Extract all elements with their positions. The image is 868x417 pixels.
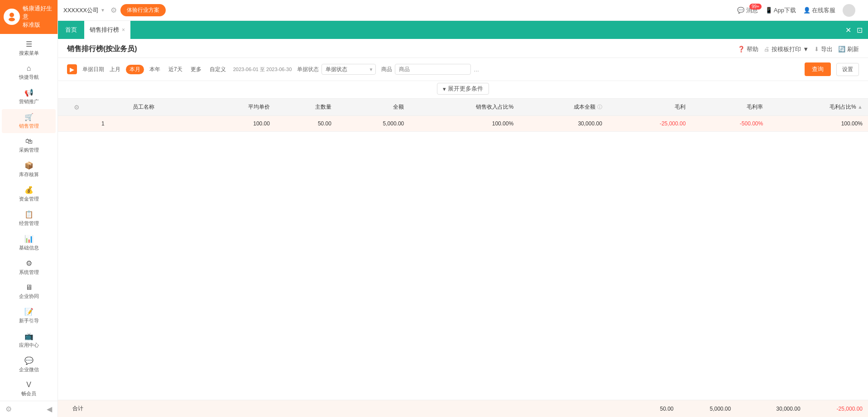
sidebar-item-搜索菜单[interactable]: ☰ 搜索菜单 bbox=[2, 36, 56, 60]
date-this-month-button[interactable]: 本月 bbox=[126, 65, 144, 74]
sidebar-label-8: 基础信息 bbox=[19, 244, 39, 251]
sidebar-item-企业微信[interactable]: 💬 企业微信 bbox=[2, 353, 56, 377]
settings-icon[interactable]: ⚙ bbox=[74, 104, 80, 111]
sidebar-icon-2: 📢 bbox=[24, 88, 34, 97]
message-icon: 💬 bbox=[737, 7, 744, 14]
more-filters-icon[interactable]: ... bbox=[474, 66, 479, 73]
tab-active-label: 销售排行榜 bbox=[90, 26, 119, 34]
status-filter-group: 单据状态 单据状态 ▼ bbox=[297, 64, 376, 75]
service-label: 在线客服 bbox=[812, 6, 835, 14]
svg-point-0 bbox=[10, 13, 14, 17]
topbar-settings-icon[interactable]: ⚙ bbox=[110, 6, 117, 14]
sidebar-label-7: 经营管理 bbox=[19, 220, 39, 227]
status-label: 单据状态 bbox=[297, 66, 319, 73]
filter-toggle-icon: ▶ bbox=[70, 66, 74, 73]
sidebar-icon-8: 📊 bbox=[24, 235, 34, 243]
sidebar-label-1: 快捷导航 bbox=[19, 74, 39, 81]
sidebar-icon-13: 💬 bbox=[24, 356, 34, 365]
online-service-button[interactable]: 👤 在线客服 bbox=[803, 6, 835, 14]
footer-amount: 5,000.00 bbox=[710, 406, 731, 412]
col-cost: 成本全额 ⓘ bbox=[519, 99, 608, 116]
date-7days-button[interactable]: 近7天 bbox=[166, 65, 185, 74]
col-profit-pct: 毛利占比% ▲ bbox=[768, 99, 868, 116]
row-avg-price: 100.00 bbox=[201, 116, 275, 132]
topbar: XXXXXX公司 ▼ ⚙ 体验行业方案 💬 消息 99+ 📱 App下载 👤 在… bbox=[58, 0, 868, 21]
date-custom-button[interactable]: 自定义 bbox=[207, 65, 229, 74]
sidebar-item-采购管理[interactable]: 🛍 采购管理 bbox=[2, 134, 56, 157]
col-profit-rate: 毛利率 bbox=[691, 99, 768, 116]
tab-sales-ranking[interactable]: 销售排行榜 × bbox=[84, 21, 130, 39]
tabbar-close-icon[interactable]: ✕ bbox=[845, 26, 851, 34]
company-dropdown-icon: ▼ bbox=[101, 8, 105, 13]
company-selector[interactable]: XXXXXX公司 ▼ bbox=[63, 6, 105, 14]
sidebar-icon-0: ☰ bbox=[26, 40, 32, 48]
cost-info-icon: ⓘ bbox=[597, 104, 602, 110]
footer-qty: 50.00 bbox=[660, 406, 673, 412]
expand-label: 展开更多条件 bbox=[448, 85, 483, 93]
expand-conditions-button[interactable]: ▾ 展开更多条件 bbox=[437, 83, 489, 95]
help-button[interactable]: ❓ 帮助 bbox=[738, 45, 758, 53]
row-rank: 1 bbox=[96, 116, 128, 132]
footer-cost: 30,000.00 bbox=[776, 406, 800, 412]
sidebar-label-6: 资金管理 bbox=[19, 196, 39, 202]
sidebar-item-基础信息[interactable]: 📊 基础信息 bbox=[2, 231, 56, 255]
main-content: XXXXXX公司 ▼ ⚙ 体验行业方案 💬 消息 99+ 📱 App下载 👤 在… bbox=[58, 0, 868, 417]
app-icon: 📱 bbox=[765, 7, 772, 14]
export-button[interactable]: ⬇ 导出 bbox=[814, 45, 833, 53]
row-profit-pct: 100.00% bbox=[768, 116, 868, 132]
sidebar-item-企业协同[interactable]: 🖥 企业协同 bbox=[2, 280, 56, 303]
sidebar-item-经营管理[interactable]: 📋 经营管理 bbox=[2, 206, 56, 230]
col-name: 员工名称 bbox=[127, 99, 201, 116]
date-last-month-button[interactable]: 上月 bbox=[107, 65, 123, 74]
app-download-button[interactable]: 📱 App下载 bbox=[765, 6, 796, 14]
sidebar-collapse-icon[interactable]: ◀ bbox=[47, 405, 52, 413]
trial-button[interactable]: 体验行业方案 bbox=[120, 4, 166, 16]
status-select[interactable]: 单据状态 bbox=[321, 64, 376, 75]
message-badge: 99+ bbox=[749, 4, 762, 10]
sidebar-item-应用中心[interactable]: 📺 应用中心 bbox=[2, 328, 56, 352]
filter-bar: ▶ 单据日期 上月 本月 本年 近7天 更多 自定义 2023-06-01 至 … bbox=[58, 58, 868, 81]
ranking-table: ⚙ 员工名称 平均单价 主数量 全额 销售收入占比% 成本全额 ⓘ 毛利 毛利率 bbox=[58, 99, 868, 132]
row-profit-rate: -500.00% bbox=[691, 116, 768, 132]
tab-close-icon[interactable]: × bbox=[122, 27, 125, 33]
sidebar-label-5: 库存核算 bbox=[19, 171, 39, 178]
filter-toggle-button[interactable]: ▶ bbox=[67, 64, 77, 74]
logo-icon bbox=[4, 9, 20, 25]
filter-settings-button[interactable]: 设置 bbox=[836, 63, 859, 76]
query-button[interactable]: 查询 bbox=[805, 62, 831, 76]
table-header-row: ⚙ 员工名称 平均单价 主数量 全额 销售收入占比% 成本全额 ⓘ 毛利 毛利率 bbox=[58, 99, 868, 116]
sidebar-label-2: 营销推广 bbox=[19, 98, 39, 105]
tab-home-label: 首页 bbox=[65, 26, 77, 34]
sidebar-item-畅会员[interactable]: V 畅会员 bbox=[2, 377, 56, 401]
logo-text: 畅康通好生意 标准版 bbox=[23, 5, 54, 29]
sidebar-item-系统管理[interactable]: ⚙ 系统管理 bbox=[2, 255, 56, 279]
export-icon: ⬇ bbox=[814, 46, 819, 53]
sidebar-item-新手引导[interactable]: 📝 新手引导 bbox=[2, 304, 56, 328]
sidebar-item-资金管理[interactable]: 💰 资金管理 bbox=[2, 182, 56, 206]
col-qty: 主数量 bbox=[275, 99, 337, 116]
goods-input[interactable] bbox=[395, 64, 471, 75]
tabbar-restore-icon[interactable]: ⊡ bbox=[857, 26, 863, 34]
message-button[interactable]: 💬 消息 99+ bbox=[737, 6, 758, 14]
sidebar-icon-9: ⚙ bbox=[26, 259, 32, 268]
tab-home[interactable]: 首页 bbox=[58, 21, 84, 39]
date-this-year-button[interactable]: 本年 bbox=[147, 65, 163, 74]
sidebar-item-营销推广[interactable]: 📢 营销推广 bbox=[2, 85, 56, 109]
print-button[interactable]: 🖨 按模板打印 ▼ bbox=[764, 45, 809, 53]
footer-profit: -25,000.00 bbox=[837, 406, 863, 412]
sidebar-item-销售管理[interactable]: 🛒 销售管理 bbox=[2, 109, 56, 133]
sidebar-icon-12: 📺 bbox=[24, 332, 34, 340]
footer-total-label: 合计 bbox=[63, 405, 83, 412]
date-more-button[interactable]: 更多 bbox=[188, 65, 204, 74]
row-sales-pct: 100.00% bbox=[409, 116, 519, 132]
refresh-button[interactable]: 🔄 刷新 bbox=[838, 45, 859, 53]
sidebar-label-13: 企业微信 bbox=[19, 366, 39, 373]
sidebar-settings-icon[interactable]: ⚙ bbox=[5, 405, 12, 413]
sidebar-item-快捷导航[interactable]: ⌂ 快捷导航 bbox=[2, 61, 56, 84]
sidebar-label-0: 搜索菜单 bbox=[19, 50, 39, 57]
sidebar-item-库存核算[interactable]: 📦 库存核算 bbox=[2, 158, 56, 182]
sidebar-icon-10: 🖥 bbox=[25, 283, 33, 292]
date-label: 单据日期 bbox=[82, 66, 104, 73]
app-label: App下载 bbox=[774, 6, 796, 14]
user-avatar[interactable] bbox=[843, 4, 855, 17]
